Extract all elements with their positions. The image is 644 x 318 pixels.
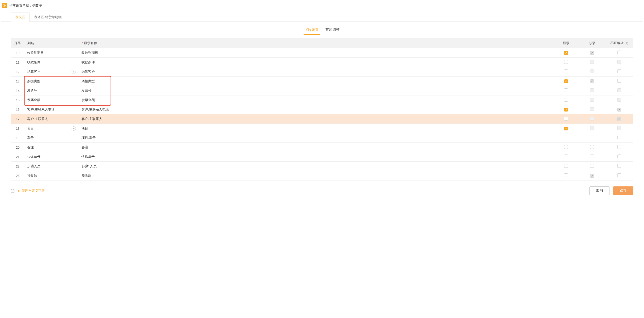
table-row[interactable]: 21快递单号快递单号 [11, 152, 633, 162]
tab-1[interactable]: 表体区-销货单明细 [30, 12, 66, 22]
cell-display-name[interactable]: 预收款 [79, 171, 553, 180]
cell-display-name[interactable]: 客户.主联系人 [79, 114, 553, 124]
cell-display-name[interactable]: 客户.主联系人电话 [79, 105, 553, 114]
cell-required [579, 171, 605, 180]
collapse-button[interactable] [2, 3, 7, 8]
table-row[interactable]: 22步骤人员步骤1人员 [11, 162, 633, 171]
cell-column-name: 预收款 [25, 171, 79, 180]
tab-0[interactable]: 表头区 [11, 12, 30, 22]
cell-display-name[interactable]: 发票号 [79, 86, 553, 96]
cell-seq: 22 [11, 162, 25, 171]
checkbox-show[interactable] [564, 108, 568, 112]
table-row[interactable]: 16客户.主联系人电话客户.主联系人电话 [11, 105, 633, 114]
cell-seq: 17 [11, 114, 25, 124]
table-row[interactable]: 11收款条件收款条件 [11, 58, 633, 67]
cell-show [553, 67, 579, 76]
checkbox-readonly[interactable] [617, 136, 621, 140]
cell-seq: 20 [11, 143, 25, 152]
checkbox-show[interactable] [564, 164, 568, 168]
table-row[interactable]: 17客户.主联系人客户.主联系人 [11, 114, 633, 124]
table-row[interactable]: 13票据类型票据类型 [11, 76, 633, 86]
checkbox-show[interactable] [564, 127, 568, 130]
header-bar: 当前设置单据：销货单 [1, 1, 643, 10]
table-row[interactable]: 10收款到期日收款到期日 [11, 48, 633, 58]
checkbox-required [590, 60, 594, 64]
cancel-button[interactable]: 取消 [590, 186, 610, 196]
checkbox-show[interactable] [564, 154, 568, 158]
checkbox-readonly[interactable] [617, 50, 621, 54]
cell-seq: 21 [11, 152, 25, 162]
cell-display-name[interactable]: 步骤1人员 [79, 162, 553, 171]
table-row[interactable]: 23预收款预收款 [11, 171, 633, 180]
field-table: 序号 列名 *显示名称 显示 必录 不可编辑? 10收款到期日收款到期日11收款… [11, 38, 633, 180]
checkbox-show[interactable] [564, 60, 568, 64]
cell-required [579, 86, 605, 96]
cell-show [553, 48, 579, 58]
cell-display-name[interactable]: 项目.车号 [79, 133, 553, 143]
cell-display-name[interactable]: 快递单号 [79, 152, 553, 162]
cell-display-name[interactable]: 结算客户 [79, 67, 553, 76]
checkbox-required [590, 126, 594, 130]
cell-required [579, 162, 605, 171]
footer-bar: ? ⚙ 管理自定义字段 取消 保存 [1, 183, 643, 199]
checkbox-required[interactable] [590, 154, 594, 158]
cell-display-name[interactable]: 备注 [79, 143, 553, 152]
table-row[interactable]: 12结算客户+结算客户 [11, 67, 633, 76]
table-row[interactable]: 18项目+项目 [11, 124, 633, 133]
checkbox-readonly [617, 126, 621, 130]
col-header-displayname: *显示名称 [79, 38, 553, 48]
cell-seq: 13 [11, 76, 25, 86]
cell-readonly [605, 105, 633, 114]
table-row[interactable]: 14发票号发票号 [11, 86, 633, 96]
checkbox-show[interactable] [564, 70, 568, 73]
table-row[interactable]: 15发票金额发票金额 [11, 96, 633, 105]
checkbox-required[interactable] [590, 164, 594, 168]
cell-required [579, 124, 605, 133]
cell-display-name[interactable]: 票据类型 [79, 76, 553, 86]
checkbox-show[interactable] [564, 51, 568, 55]
cell-column-name: 快递单号 [25, 152, 79, 162]
checkbox-show[interactable] [564, 145, 568, 149]
manage-custom-fields-link[interactable]: ⚙ 管理自定义字段 [18, 189, 45, 193]
checkbox-readonly[interactable] [617, 145, 621, 149]
cell-display-name[interactable]: 收款条件 [79, 58, 553, 67]
cell-show [553, 76, 579, 86]
checkbox-show[interactable] [564, 98, 568, 102]
cell-readonly [605, 58, 633, 67]
checkbox-required [590, 88, 594, 92]
checkbox-show[interactable] [564, 117, 568, 120]
checkbox-readonly[interactable] [617, 70, 621, 73]
plus-icon[interactable]: + [72, 126, 76, 131]
cell-required [579, 114, 605, 124]
table-row[interactable]: 19车号项目.车号 [11, 133, 633, 143]
cell-display-name[interactable]: 项目 [79, 124, 553, 133]
checkbox-show[interactable] [564, 174, 568, 177]
plus-icon[interactable]: + [72, 70, 76, 74]
checkbox-readonly [617, 98, 621, 102]
cell-readonly [605, 76, 633, 86]
checkbox-readonly[interactable] [617, 174, 621, 177]
checkbox-required[interactable] [590, 145, 594, 149]
table-row[interactable]: 20备注备注 [11, 143, 633, 152]
cell-column-name: 收款条件 [25, 58, 79, 67]
checkbox-show[interactable] [564, 80, 568, 83]
sub-tab-0[interactable]: 字段设置 [304, 26, 320, 35]
checkbox-required[interactable] [590, 136, 594, 140]
checkbox-show[interactable] [564, 136, 568, 140]
cell-readonly [605, 152, 633, 162]
checkbox-show[interactable] [564, 88, 568, 92]
footer-help-icon[interactable]: ? [11, 189, 14, 193]
cell-readonly [605, 114, 633, 124]
cell-display-name[interactable]: 收款到期日 [79, 48, 553, 58]
save-button[interactable]: 保存 [613, 186, 633, 196]
help-icon[interactable]: ? [625, 42, 628, 45]
gear-icon: ⚙ [18, 189, 21, 193]
checkbox-readonly[interactable] [617, 79, 621, 83]
cell-readonly [605, 86, 633, 96]
cell-display-name[interactable]: 发票金额 [79, 96, 553, 105]
cell-show [553, 114, 579, 124]
checkbox-readonly[interactable] [617, 164, 621, 168]
sub-tab-1[interactable]: 布局调整 [324, 26, 340, 35]
header-title: 当前设置单据：销货单 [9, 4, 42, 8]
checkbox-readonly[interactable] [617, 154, 621, 158]
